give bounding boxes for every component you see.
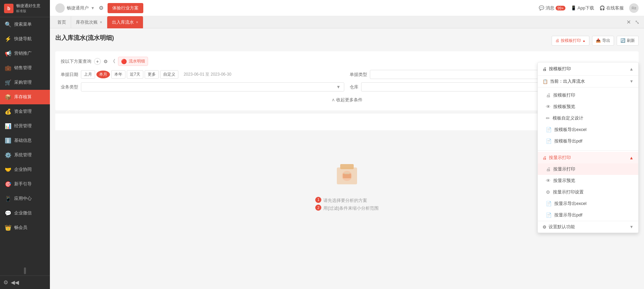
dropdown-display-print-settings[interactable]: ⚙ 按显示打印设置 bbox=[538, 186, 638, 198]
print-dropdown-arrow-icon: ▲ bbox=[582, 39, 586, 43]
edit-icon: ✏ bbox=[546, 115, 550, 121]
online-service-action[interactable]: 🎧 在线客服 bbox=[599, 5, 624, 11]
display-print-header-content: 🖨 按显示打印 bbox=[543, 155, 571, 161]
target-icon: 🎯 bbox=[5, 181, 11, 187]
filter-collapse-icon[interactable]: 《 bbox=[111, 58, 115, 64]
sidebar-item-label: 采购管理 bbox=[14, 79, 32, 85]
settings-gear-icon[interactable]: ⚙ bbox=[99, 5, 104, 11]
display-print-toggle-icon: ▲ bbox=[629, 155, 634, 160]
industry-solution-button[interactable]: 体验行业方案 bbox=[108, 3, 143, 13]
dropdown-footer[interactable]: ⚙ 设置默认功能 ▼ bbox=[538, 221, 638, 233]
search-header-label: 按以下方案查询 bbox=[61, 58, 91, 64]
dropdown-current-row: 📋 当前：出入库流水 ▼ bbox=[538, 76, 638, 87]
avatar bbox=[55, 3, 65, 13]
close-window-icon[interactable]: ✕ bbox=[624, 19, 633, 25]
dropdown-template-export-pdf[interactable]: 📄 按模板导出pdf bbox=[538, 135, 638, 147]
dropdown-template-preview[interactable]: 👁 按模板预览 bbox=[538, 101, 638, 112]
date-this-year-button[interactable]: 本年 bbox=[111, 70, 125, 79]
refresh-button[interactable]: 🔄 刷新 bbox=[617, 36, 639, 46]
date-filter-options: 上月 本月 本年 近7天 更多 自定义 bbox=[81, 70, 178, 79]
hint-text-2: 用[过滤]条件来缩小分析范围 bbox=[323, 204, 378, 212]
dropdown-item-label: 按显示导出pdf bbox=[554, 212, 582, 218]
filter-tag-current[interactable]: 🔴 流水明细 bbox=[118, 57, 148, 66]
tab-batch-account-close-icon[interactable]: × bbox=[100, 20, 102, 25]
sidebar-item-quick-nav[interactable]: ⚡ 快捷导航 bbox=[0, 32, 50, 46]
sidebar-item-purchase[interactable]: 🛒 采购管理 bbox=[0, 75, 50, 90]
sidebar-item-member[interactable]: 👑 畅会员 bbox=[0, 220, 50, 235]
message-action[interactable]: 💬 消息 99+ bbox=[539, 5, 565, 11]
filter-settings-icon[interactable]: ⚙ bbox=[104, 59, 108, 64]
svg-rect-1 bbox=[340, 164, 354, 169]
sidebar-item-operations[interactable]: 📊 经营管理 bbox=[0, 119, 50, 133]
display-print-section-header[interactable]: 🖨 按显示打印 ▲ bbox=[538, 152, 638, 163]
date-prev-month-button[interactable]: 上月 bbox=[81, 70, 95, 79]
export-button[interactable]: 📤 导出 bbox=[592, 36, 614, 46]
dropdown-template-custom[interactable]: ✏ 模板自定义设计 bbox=[538, 112, 638, 124]
date-this-month-button[interactable]: 本月 bbox=[96, 71, 110, 78]
user-selector[interactable]: 畅捷通用户 ▼ bbox=[55, 3, 95, 13]
print-template-button[interactable]: 🖨 按模板打印 ▲ bbox=[552, 36, 589, 46]
dropdown-panel-arrow-icon[interactable]: ▲ bbox=[629, 67, 634, 72]
sidebar-item-label: 库存核算 bbox=[14, 94, 32, 100]
dropdown-current-info: 📋 当前：出入库流水 bbox=[543, 78, 585, 84]
dropdown-template-print[interactable]: 🖨 按模板打印 bbox=[538, 89, 638, 101]
printer-small-icon: 🖨 bbox=[546, 93, 551, 98]
message-label: 消息 bbox=[546, 5, 554, 11]
dropdown-display-print[interactable]: 🖨 按显示打印 bbox=[538, 163, 638, 175]
biz-type-select[interactable]: ▼ bbox=[81, 82, 344, 91]
search-icon: 🔍 bbox=[5, 21, 11, 28]
tab-flow-close-icon[interactable]: × bbox=[136, 20, 138, 25]
dropdown-display-export-excel[interactable]: 📄 按显示导出excel bbox=[538, 198, 638, 209]
mobile-icon: 📱 bbox=[5, 195, 11, 202]
app-download-action[interactable]: 📱 App下载 bbox=[571, 5, 594, 11]
collapse-sidebar-icon[interactable]: ◀◀ bbox=[11, 279, 19, 286]
user-name: 畅捷通用户 bbox=[67, 5, 89, 11]
sidebar-item-system[interactable]: ⚙️ 系统管理 bbox=[0, 148, 50, 162]
settings-icon[interactable]: ⚙ bbox=[3, 279, 8, 286]
sidebar-item-search[interactable]: 🔍 搜索菜单 bbox=[0, 17, 50, 32]
sidebar-item-finance[interactable]: 💰 资金管理 bbox=[0, 104, 50, 119]
date-filter-field: 单据日期 上月 本月 本年 近7天 更多 自定义 2023-06-01 至 20… bbox=[61, 70, 344, 79]
sidebar-item-label: 应用中心 bbox=[14, 195, 32, 202]
sidebar-item-sales[interactable]: 💼 销售管理 bbox=[0, 61, 50, 75]
sidebar-item-label: 新手引导 bbox=[14, 181, 32, 187]
chat-icon: 💬 bbox=[5, 210, 11, 216]
sidebar-item-cooperation[interactable]: 🤝 企业协同 bbox=[0, 162, 50, 177]
tab-home[interactable]: 首页 bbox=[53, 16, 71, 28]
add-filter-button[interactable]: + bbox=[94, 58, 101, 65]
date-more-button[interactable]: 更多 bbox=[145, 70, 159, 79]
date-range-display: 2023-06-01 至 2023-06-30 bbox=[184, 72, 231, 77]
current-arrow-icon: ▼ bbox=[630, 79, 634, 84]
sidebar-item-label: 经营管理 bbox=[14, 123, 32, 129]
sidebar-item-marketing[interactable]: 📢 营销推广 bbox=[0, 46, 50, 61]
briefcase-icon: 💼 bbox=[5, 65, 11, 71]
sidebar-item-label: 营销推广 bbox=[14, 50, 32, 56]
tab-flow[interactable]: 出入库流水 × bbox=[107, 16, 143, 28]
print-template-label: 按模板打印 bbox=[561, 38, 581, 44]
date-custom-button[interactable]: 自定义 bbox=[160, 70, 178, 79]
dropdown-item-label: 按显示预览 bbox=[553, 178, 575, 184]
dropdown-header: 🖨 按模板打印 ▲ bbox=[538, 62, 638, 76]
sidebar-item-label: 企业微信 bbox=[14, 210, 32, 216]
sidebar-bottom: ⚙ ◀◀ bbox=[0, 275, 50, 289]
crown-icon: 👑 bbox=[5, 225, 11, 231]
svg-rect-3 bbox=[343, 174, 351, 178]
dropdown-arrow-icon: ▼ bbox=[91, 6, 95, 10]
maximize-window-icon[interactable]: ⤡ bbox=[633, 19, 641, 25]
footer-arrow-icon: ▼ bbox=[630, 225, 634, 229]
print-dropdown-panel: 🖨 按模板打印 ▲ 📋 当前：出入库流水 ▼ 🖨 bbox=[537, 62, 639, 233]
dropdown-template-export-excel[interactable]: 📄 按模板导出excel bbox=[538, 124, 638, 135]
date-last-7-days-button[interactable]: 近7天 bbox=[127, 70, 143, 79]
dropdown-display-preview[interactable]: 👁 按显示预览 bbox=[538, 175, 638, 186]
sidebar-item-inventory[interactable]: 📦 库存核算 bbox=[0, 90, 50, 104]
sidebar-item-wechat[interactable]: 💬 企业微信 bbox=[0, 206, 50, 220]
dropdown-display-export-pdf[interactable]: 📄 按显示导出pdf bbox=[538, 209, 638, 221]
tab-batch-account-label: 库存批次账 bbox=[76, 19, 98, 25]
sidebar-item-label: 销售管理 bbox=[14, 65, 32, 71]
scroll-indicator bbox=[24, 267, 26, 274]
sidebar-item-guide[interactable]: 🎯 新手引导 bbox=[0, 177, 50, 191]
tab-batch-account[interactable]: 库存批次账 × bbox=[71, 16, 107, 28]
sidebar-item-basic-info[interactable]: ℹ️ 基础信息 bbox=[0, 133, 50, 148]
user-profile-action[interactable]: Rit bbox=[629, 3, 639, 13]
sidebar-item-app-center[interactable]: 📱 应用中心 bbox=[0, 191, 50, 206]
